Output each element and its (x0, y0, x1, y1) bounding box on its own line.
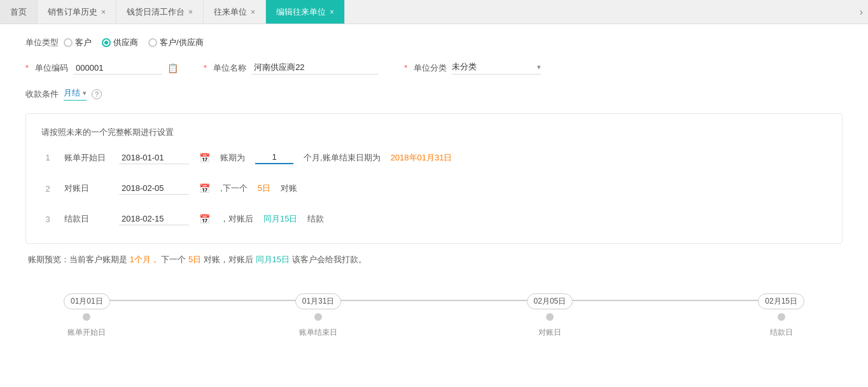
tab-cash-workbench-label: 钱货日清工作台 (127, 6, 185, 18)
timeline-dot-4 (778, 313, 785, 321)
unit-info-row: * 单位编码 📋 * 单位名称 * 单位分类 未分类 ▾ (25, 61, 843, 74)
timeline-label-3: 对账日 (538, 327, 561, 338)
tab-cash-workbench[interactable]: 钱货日清工作台 × (116, 0, 204, 24)
period-settings-box: 请按照未来的一个完整帐期进行设置 1 账单开始日 📅 账期为 个月,账单结束日期… (25, 113, 843, 244)
period-field-1: 账单开始日 (64, 152, 109, 164)
main-content: 单位类型 客户 供应商 客户/供应商 * 单位编码 (0, 24, 868, 387)
tab-partner[interactable]: 往来单位 × (204, 0, 266, 24)
timeline-node-3: 02月05日 对账日 (527, 293, 573, 338)
period-num-2: 2 (41, 184, 54, 194)
timeline-label-2: 账单结束日 (299, 327, 337, 338)
unit-category-item: * 单位分类 未分类 ▾ (404, 61, 541, 74)
timeline-pill-1: 01月01日 (64, 293, 110, 309)
unit-name-label: 单位名称 (213, 62, 246, 74)
period-suffix-pre-3: ，对账后 (220, 213, 253, 225)
period-row-2: 2 对账日 📅 ,下一个 5日 对账 (41, 182, 827, 195)
tab-edit-partner-close[interactable]: × (330, 8, 334, 17)
tab-edit-partner[interactable]: 编辑往来单位 × (266, 0, 345, 24)
code-copy-icon[interactable]: 📋 (167, 63, 178, 73)
tab-more-button[interactable]: › (855, 0, 868, 24)
radio-customer[interactable]: 客户 (64, 37, 92, 48)
radio-supplier[interactable]: 供应商 (102, 37, 138, 48)
timeline-node-1: 01月01日 账单开始日 (64, 293, 110, 338)
period-end-date: 2018年01月31日 (391, 152, 452, 164)
period-cal-icon-1[interactable]: 📅 (199, 153, 210, 163)
preview-period: 1个月， (130, 255, 159, 264)
radio-customer-circle (64, 38, 73, 47)
preview-payment-highlight: 同月15日 (256, 255, 290, 264)
payment-select[interactable]: 月结 ▾ (64, 87, 87, 101)
tab-home[interactable]: 首页 (0, 0, 38, 24)
period-row-3: 3 结款日 📅 ，对账后 同月15日 结款 (41, 213, 827, 225)
period-title: 请按照未来的一个完整帐期进行设置 (41, 127, 827, 138)
unit-name-item: * 单位名称 (204, 62, 379, 74)
period-row-1: 1 账单开始日 📅 账期为 个月,账单结束日期为 2018年01月31日 (41, 151, 827, 164)
timeline-pill-4: 02月15日 (758, 293, 804, 309)
period-date-input-1[interactable] (119, 151, 189, 164)
timeline-label-1: 账单开始日 (67, 327, 106, 338)
tab-sales-history[interactable]: 销售订单历史 × (38, 0, 116, 24)
preview-prefix: 账期预览：当前客户账期是 (28, 255, 127, 264)
unit-category-select[interactable]: 未分类 ▾ (452, 61, 541, 74)
tab-sales-history-close[interactable]: × (101, 8, 106, 17)
preview-section: 账期预览：当前客户账期是 1个月， 下一个 5日 对账，对账后 同月15日 该客… (25, 254, 843, 265)
cat-required: * (404, 63, 407, 73)
unit-code-label: 单位编码 (35, 62, 68, 74)
period-cal-icon-2[interactable]: 📅 (199, 183, 210, 194)
period-cal-icon-3[interactable]: 📅 (199, 214, 210, 224)
unit-code-input[interactable] (73, 62, 162, 74)
radio-supplier-label: 供应商 (113, 37, 138, 48)
unit-type-item: 单位类型 客户 供应商 客户/供应商 (25, 37, 204, 48)
unit-type-label: 单位类型 (25, 37, 59, 48)
payment-item: 收款条件 月结 ▾ ? (25, 87, 102, 101)
month-value-input[interactable] (255, 151, 293, 164)
period-suffix-post-2: 对账 (281, 183, 297, 194)
payment-value: 月结 (64, 87, 80, 99)
payment-dropdown-arrow: ▾ (83, 89, 87, 97)
tab-home-label: 首页 (10, 6, 27, 18)
period-suffix-pre-2: ,下一个 (220, 183, 248, 194)
unit-code-item: * 单位编码 📋 (25, 62, 178, 74)
preview-reconcile-suffix: 对账，对账后 (204, 255, 253, 264)
radio-customer-label: 客户 (75, 37, 92, 48)
preview-reconcile-highlight: 5日 (188, 255, 201, 264)
period-suffix-post-3: 结款 (307, 213, 324, 225)
timeline-section: 01月01日 账单开始日 01月31日 账单结束日 02月05日 对账日 02月… (25, 281, 843, 363)
timeline-nodes: 01月01日 账单开始日 01月31日 账单结束日 02月05日 对账日 02月… (64, 293, 804, 338)
tab-partner-close[interactable]: × (251, 8, 255, 17)
timeline-pill-2: 01月31日 (295, 293, 342, 309)
timeline-pill-3: 02月05日 (527, 293, 573, 309)
timeline-dot-2 (314, 313, 322, 321)
timeline-dot-3 (546, 313, 554, 321)
preview-payment-suffix: 该客户会给我打款。 (292, 255, 367, 264)
period-date-input-3[interactable] (119, 213, 189, 225)
period-suffix-pre-1: 账期为 (220, 152, 245, 164)
tab-partner-label: 往来单位 (214, 6, 247, 18)
period-day-3: 同月15日 (263, 213, 297, 225)
radio-both[interactable]: 客户/供应商 (148, 37, 204, 48)
tab-cash-workbench-close[interactable]: × (188, 8, 193, 17)
unit-type-row: 单位类型 客户 供应商 客户/供应商 (25, 37, 843, 48)
tab-edit-partner-label: 编辑往来单位 (276, 6, 326, 18)
period-num-3: 3 (41, 215, 54, 224)
code-required: * (25, 63, 29, 73)
radio-supplier-circle (102, 38, 111, 47)
payment-row: 收款条件 月结 ▾ ? (25, 87, 843, 101)
unit-name-input[interactable] (251, 62, 379, 74)
radio-both-label: 客户/供应商 (160, 37, 204, 48)
unit-category-label: 单位分类 (414, 62, 447, 74)
radio-both-circle (148, 38, 157, 47)
unit-category-value: 未分类 (452, 61, 535, 73)
payment-help-icon[interactable]: ? (92, 89, 102, 99)
timeline-dot-1 (83, 313, 90, 321)
period-suffix-post-1: 个月,账单结束日期为 (304, 152, 381, 164)
preview-reconcile-prefix: 下一个 (161, 255, 186, 264)
period-date-input-2[interactable] (119, 182, 189, 195)
period-num-1: 1 (41, 153, 54, 162)
timeline-node-4: 02月15日 结款日 (758, 293, 804, 338)
period-field-2: 对账日 (64, 183, 109, 194)
name-required: * (204, 63, 207, 73)
tab-sales-history-label: 销售订单历史 (48, 6, 97, 18)
unit-type-radio-group: 客户 供应商 客户/供应商 (64, 37, 204, 48)
category-dropdown-arrow: ▾ (537, 63, 541, 71)
